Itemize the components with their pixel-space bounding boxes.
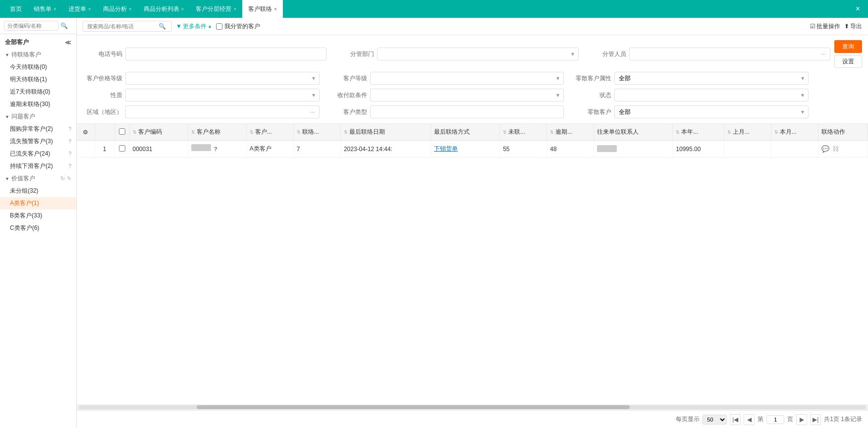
filter-search-box[interactable]: 🔍: [83, 21, 172, 32]
sidebar-item-hoarding-help-icon[interactable]: ?: [68, 126, 71, 132]
sidebar-group-problem[interactable]: ▼ 问题客户: [0, 110, 76, 123]
last-page-button[interactable]: ▶|: [810, 414, 821, 425]
region-dots-icon[interactable]: ···: [310, 108, 315, 115]
settings-gear-icon[interactable]: ⚙: [83, 129, 88, 136]
nav-analysis-list-close[interactable]: ×: [181, 6, 184, 12]
sidebar-item-churn-warning[interactable]: 流失预警客户(3) ?: [0, 135, 76, 148]
nav-sales[interactable]: 销售单 ×: [28, 0, 62, 18]
filter-input-manager[interactable]: ···: [629, 48, 830, 60]
sidebar-item-declining-help-icon[interactable]: ?: [68, 163, 71, 169]
horizontal-scrollbar[interactable]: [77, 404, 868, 410]
sort-icon-this-month[interactable]: ⇅: [774, 130, 778, 135]
nav-purchase[interactable]: 进货单 ×: [62, 0, 97, 18]
sort-icon-last-month[interactable]: ⇅: [727, 130, 731, 135]
nav-analysis[interactable]: 商品分析 ×: [97, 0, 138, 18]
sidebar-item-hoarding-abnormal[interactable]: 囤购异常客户(2) ?: [0, 123, 76, 135]
filter-input-dept[interactable]: ▾: [377, 48, 578, 60]
col-this-month-label: 本月...: [780, 128, 797, 135]
sort-icon-cust-name[interactable]: ⇅: [191, 130, 195, 135]
filter-input-cust-level[interactable]: ▾: [370, 72, 564, 85]
sidebar-item-ungrouped[interactable]: 未分组(32): [0, 185, 76, 197]
nav-home[interactable]: 首页: [4, 0, 28, 18]
col-settings[interactable]: ⚙: [77, 124, 95, 141]
sort-icon-no-contact[interactable]: ⇅: [503, 130, 507, 135]
filter-input-payment[interactable]: ▾: [370, 89, 564, 102]
filter-cell-cust-type: 客户类型: [327, 106, 564, 118]
filter-label-status: 状态: [572, 91, 611, 100]
row-last-contact-method-link[interactable]: 下销货单: [434, 145, 458, 152]
filter-input-region[interactable]: ···: [125, 106, 320, 118]
filter-search-icon[interactable]: 🔍: [159, 23, 166, 30]
export-button[interactable]: ⬆ 导出: [844, 22, 862, 31]
select-all-checkbox[interactable]: [119, 128, 125, 135]
sidebar-group-value-edit-icon[interactable]: ✎: [67, 175, 71, 182]
my-customers-checkbox[interactable]: [216, 23, 222, 30]
nav-customer-segment[interactable]: 客户分层经营 ×: [190, 0, 242, 18]
page-number-input[interactable]: [766, 415, 784, 424]
filter-input-nature[interactable]: ▾: [125, 89, 320, 102]
sidebar-group-pending-label: 待联络客户: [11, 51, 41, 59]
nav-sales-close[interactable]: ×: [54, 6, 56, 12]
filter-input-scatter-cust[interactable]: 全部 ▾: [614, 106, 809, 118]
sort-icon-last-date[interactable]: ⇅: [344, 130, 348, 135]
nav-analysis-list[interactable]: 商品分析列表 ×: [138, 0, 190, 18]
row-checkbox[interactable]: [119, 145, 125, 152]
prev-page-button[interactable]: ◀: [744, 414, 755, 425]
sort-icon-cust-code[interactable]: ⇅: [133, 130, 137, 135]
sidebar-group-pending[interactable]: ▼ 待联络客户: [0, 49, 76, 61]
nav-purchase-close[interactable]: ×: [88, 6, 91, 12]
next-page-button[interactable]: ▶: [796, 414, 807, 425]
batch-operation-button[interactable]: ☑ 批量操作: [810, 22, 840, 31]
sidebar-item-declining[interactable]: 持续下滑客户(2) ?: [0, 160, 76, 172]
settings-button[interactable]: 设置: [834, 55, 862, 68]
nav-customer-segment-close[interactable]: ×: [233, 6, 236, 12]
sidebar-collapse-icon[interactable]: ≪: [65, 39, 71, 46]
sidebar-item-a-class[interactable]: A类客户(1): [0, 197, 76, 210]
sidebar-item-churn-warning-help-icon[interactable]: ?: [68, 139, 71, 144]
table-row: 1 000031 ？ A类客户: [77, 141, 868, 158]
filter-input-price-level[interactable]: ▾: [125, 72, 320, 85]
sidebar-search-icon[interactable]: 🔍: [60, 22, 68, 29]
filter-input-status[interactable]: ▾: [614, 89, 809, 102]
sidebar-item-churned-help-icon[interactable]: ?: [68, 151, 71, 157]
filter-cell-dept: 分管部门 ▾: [334, 48, 578, 60]
query-button[interactable]: 查询: [834, 40, 862, 53]
row-checkbox-cell[interactable]: [114, 141, 129, 158]
filter-label-region: 区域（地区）: [83, 108, 122, 116]
filter-input-cust-type[interactable]: [370, 106, 564, 118]
nav-analysis-close[interactable]: ×: [129, 6, 132, 12]
sidebar-item-b-class[interactable]: B类客户(33): [0, 210, 76, 222]
nav-customer-contact-close[interactable]: ×: [274, 6, 277, 12]
per-page-select[interactable]: 50 20 100: [703, 415, 727, 425]
filter-input-phone[interactable]: [125, 48, 326, 60]
sidebar-item-tomorrow-pending[interactable]: 明天待联络(1): [0, 73, 76, 86]
filter-search-input[interactable]: [87, 23, 157, 29]
sidebar-group-value-refresh-icon[interactable]: ↻: [60, 175, 65, 182]
action-link-icon[interactable]: ⛓: [832, 145, 839, 153]
sort-icon-cust-type[interactable]: ⇅: [250, 130, 254, 135]
filter-input-scatter-attr[interactable]: 全部 ▾: [614, 72, 809, 85]
more-conditions-button[interactable]: ▼ 更多条件 ▲: [176, 22, 212, 31]
sidebar-item-c-class[interactable]: C类客户(6): [0, 222, 76, 234]
sidebar-group-value[interactable]: ▼ 价值客户 ↻ ✎: [0, 172, 76, 185]
first-page-button[interactable]: |◀: [730, 414, 741, 425]
sidebar-item-7days-pending[interactable]: 近7天待联络(0): [0, 86, 76, 98]
window-close-button[interactable]: ×: [852, 2, 864, 15]
scrollbar-thumb[interactable]: [197, 405, 630, 409]
sort-icon-this-year[interactable]: ⇅: [676, 130, 680, 135]
scatter-attr-value: 全部: [619, 74, 631, 83]
sort-icon-overdue[interactable]: ⇅: [550, 130, 554, 135]
action-chat-icon[interactable]: 💬: [821, 145, 829, 153]
sidebar-item-ungrouped-label: 未分组(32): [10, 187, 71, 195]
filter-cell-nature: 性质 ▾: [83, 89, 320, 102]
nav-customer-contact[interactable]: 客户联络 ×: [242, 0, 283, 18]
sidebar-item-today-pending[interactable]: 今天待联络(0): [0, 61, 76, 73]
sidebar-item-overdue[interactable]: 逾期未联络(30): [0, 98, 76, 110]
manager-dots-icon[interactable]: ···: [821, 51, 826, 57]
col-checkbox[interactable]: [114, 124, 129, 141]
sort-icon-contact[interactable]: ⇅: [297, 130, 301, 135]
my-customers-checkbox-area[interactable]: 我分管的客户: [216, 22, 260, 31]
col-cust-name: ⇅ 客户名称: [188, 124, 246, 141]
sidebar-item-churned[interactable]: 已流失客户(24) ?: [0, 148, 76, 160]
sidebar-search-input[interactable]: [4, 21, 58, 31]
